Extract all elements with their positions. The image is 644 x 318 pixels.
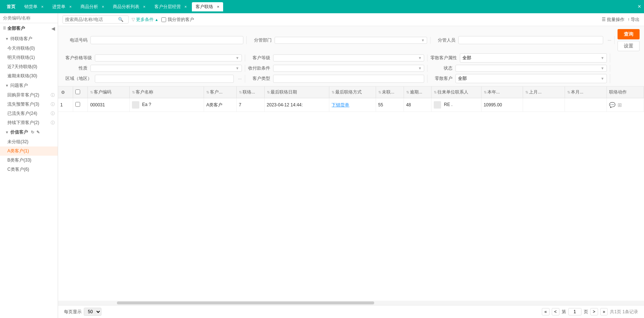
close-purchase-tab[interactable]: ×: [69, 4, 71, 9]
my-customers-checkbox[interactable]: [161, 17, 166, 22]
nav-tab-sales[interactable]: 销货单 ×: [21, 2, 47, 11]
my-customers-toggle[interactable]: 我分管的客户: [161, 17, 194, 23]
row-checkbox[interactable]: [75, 102, 80, 107]
manager-input[interactable]: [458, 36, 603, 44]
sparse-attr-label: 零散客户属性: [430, 55, 457, 61]
th-last-contact-method[interactable]: ⇅最后联络方式: [329, 86, 376, 98]
filter-search-input[interactable]: [65, 17, 117, 22]
batch-ops-button[interactable]: ☰ 批量操作: [602, 17, 625, 23]
th-last-contact-date[interactable]: ⇅最后联络日期: [264, 86, 329, 98]
sidebar-problem-customers-group[interactable]: ▼ 问题客户: [0, 81, 58, 91]
sidebar-item-class-a[interactable]: A类客户(1): [0, 146, 58, 156]
th-no-contact[interactable]: ⇅未联...: [376, 86, 404, 98]
filter-customer-type: 客户类型: [245, 75, 428, 83]
close-customer-layer-tab[interactable]: ×: [185, 4, 187, 9]
nav-tab-home[interactable]: 首页: [3, 2, 19, 11]
hscroll-thumb[interactable]: [117, 301, 374, 304]
filter-row-4: 区域（地区） ··· 客户类型 零散客户 全部 ▼: [62, 74, 640, 83]
first-page-button[interactable]: «: [542, 308, 550, 315]
close-goods-analysis-tab[interactable]: ×: [102, 4, 104, 9]
phone-input[interactable]: [90, 36, 243, 44]
page-size-select[interactable]: 50: [84, 308, 101, 316]
sidebar-collapse-icon[interactable]: ◀: [51, 26, 55, 31]
close-customer-contact-tab[interactable]: ×: [217, 4, 219, 9]
sparse-customer-down-icon: ▼: [601, 77, 604, 81]
select-all-checkbox[interactable]: [75, 89, 80, 94]
sidebar-search-area: 🔍: [0, 13, 58, 23]
th-code[interactable]: ⇅客户编码: [88, 86, 130, 98]
th-this-month[interactable]: ⇅本月...: [565, 86, 607, 98]
horizontal-scrollbar[interactable]: [58, 301, 644, 305]
td-overdue: 48: [404, 98, 432, 112]
close-sales-tab[interactable]: ×: [41, 4, 43, 9]
sidebar-pending-contact-group[interactable]: ▼ 待联络客户: [0, 34, 58, 44]
last-contact-method-link[interactable]: 下销货单: [332, 102, 349, 107]
info-icon-lost-warning: ⓘ: [51, 102, 55, 107]
filter-dept: 分管部门 ▼: [247, 37, 431, 44]
export-button[interactable]: ↑ 导出: [627, 17, 640, 23]
sidebar-item-abnormal[interactable]: 回购异常客户(2) ⓘ: [0, 91, 58, 100]
close-all-tabs[interactable]: ×: [638, 3, 641, 10]
payment-select[interactable]: ▼: [273, 65, 425, 72]
comment-action-icon[interactable]: 💬: [609, 102, 615, 108]
nav-tab-customer-layer[interactable]: 客户分层经营 ×: [151, 2, 190, 11]
sidebar-item-today[interactable]: 今天待联络(0): [0, 44, 58, 53]
sidebar-value-customers-group[interactable]: ▼ 价值客户 ↻ ✎: [0, 127, 58, 137]
sidebar-item-lost[interactable]: 已流失客户(24) ⓘ: [0, 109, 58, 118]
th-overdue[interactable]: ⇅逾期...: [404, 86, 432, 98]
sidebar-search-input[interactable]: [3, 15, 58, 21]
customer-level-down-icon: ▼: [418, 56, 422, 60]
nav-tab-customer-contact[interactable]: 客户联络 ×: [192, 2, 223, 11]
link-action-icon[interactable]: ⊞: [618, 102, 622, 108]
td-unit-contact: RE .: [432, 98, 481, 112]
th-contact[interactable]: ⇅联络...: [236, 86, 264, 98]
th-type[interactable]: ⇅客户...: [204, 86, 236, 98]
sidebar-item-declining[interactable]: 持续下滑客户(2) ⓘ: [0, 118, 58, 127]
td-this-month: [565, 98, 607, 112]
td-index: 1: [58, 98, 73, 112]
th-unit-contact[interactable]: ⇅往来单位联系人: [432, 86, 481, 98]
manager-ellipsis[interactable]: ···: [608, 38, 611, 43]
dept-select[interactable]: ▼: [275, 37, 427, 44]
nature-select[interactable]: ▼: [90, 65, 242, 72]
page-number-input[interactable]: [568, 308, 582, 315]
sparse-customer-select[interactable]: 全部 ▼: [455, 74, 607, 83]
price-level-select[interactable]: ▼: [95, 54, 242, 61]
th-settings[interactable]: ⚙: [58, 86, 73, 98]
sidebar-item-week[interactable]: 近7天待联络(0): [0, 62, 58, 71]
filter-actions: ☰ 批量操作 ↑ 导出: [602, 17, 640, 23]
td-last-contact-method: 下销货单: [329, 98, 376, 112]
next-page-button[interactable]: >: [590, 308, 598, 315]
value-customers-edit[interactable]: ✎: [36, 130, 40, 135]
nature-label: 性质: [65, 65, 87, 71]
status-select[interactable]: ▼: [455, 65, 607, 72]
nav-tab-goods-analysis-list[interactable]: 商品分析列表 ×: [109, 2, 149, 11]
sidebar-item-tomorrow[interactable]: 明天待联络(1): [0, 53, 58, 62]
last-page-button[interactable]: »: [600, 308, 608, 315]
sidebar-item-lost-warning[interactable]: 流失预警客户(3) ⓘ: [0, 100, 58, 109]
sidebar-item-overdue[interactable]: 逾期未联络(30): [0, 71, 58, 81]
close-goods-analysis-list-tab[interactable]: ×: [143, 4, 145, 9]
sparse-attr-select[interactable]: 全部 ▼: [460, 53, 607, 63]
sidebar-all-customers[interactable]: ⠿ 全部客户 ◀: [0, 23, 58, 34]
nav-tab-purchase[interactable]: 进货单 ×: [49, 2, 75, 11]
settings-button[interactable]: 设置: [618, 41, 640, 51]
query-button[interactable]: 查询: [618, 29, 640, 39]
region-input[interactable]: [95, 75, 234, 83]
filter-search-icon[interactable]: 🔍: [118, 17, 124, 22]
td-code: 000031: [88, 98, 130, 112]
prev-page-button[interactable]: <: [552, 308, 559, 315]
filter-more-conditions[interactable]: ▽ 更多条件 ▲: [132, 17, 158, 23]
sidebar-item-class-c[interactable]: C类客户(6): [0, 165, 58, 174]
th-this-year[interactable]: ⇅本年...: [481, 86, 523, 98]
sidebar-item-unclassified[interactable]: 未分组(32): [0, 137, 58, 146]
customer-type-input[interactable]: [273, 75, 425, 83]
customer-level-select[interactable]: ▼: [273, 54, 425, 61]
th-name[interactable]: ⇅客户名称: [130, 86, 204, 98]
info-icon-lost: ⓘ: [51, 111, 55, 116]
th-last-month[interactable]: ⇅上月...: [523, 86, 565, 98]
region-ellipsis[interactable]: ···: [238, 76, 242, 81]
nav-tab-goods-analysis[interactable]: 商品分析 ×: [77, 2, 108, 11]
value-customers-refresh[interactable]: ↻: [31, 130, 34, 135]
sidebar-item-class-b[interactable]: B类客户(33): [0, 156, 58, 165]
